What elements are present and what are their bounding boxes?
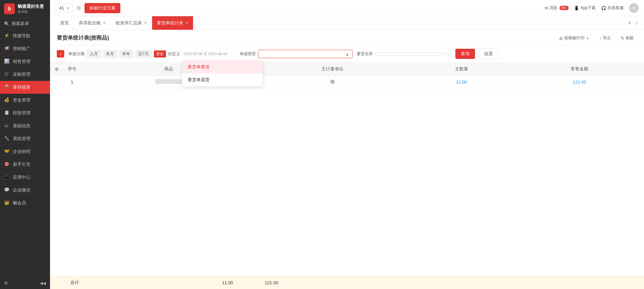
cell-unit: 块 [257, 76, 408, 88]
print-icon: 🖨 [559, 36, 563, 41]
sidebar-logo: b 畅捷通好生意 标准版 [0, 0, 50, 18]
main-content: 41 ⚙ 体验行业方案 ✉ 消息 99+ 📱 App下载 🎧 在线客服 [50, 0, 644, 289]
type-input[interactable] [262, 51, 344, 57]
tab-close-order-summary[interactable]: ✕ [185, 21, 188, 25]
page-title: 要货单统计表(按商品) [57, 35, 109, 42]
type-dropdown[interactable] [258, 50, 353, 58]
tab-receivable-summary[interactable]: 收发存汇总表 ✕ [111, 16, 152, 30]
date-last-month-btn[interactable]: 上月 [87, 50, 101, 58]
tab-close-inventory-batch[interactable]: ✕ [103, 21, 106, 25]
online-service-action[interactable]: 🎧 在线客服 [601, 5, 624, 11]
sidebar-item-purchase[interactable]: 🛒 采购管理 [0, 68, 50, 81]
page-area: 要货单统计表(按商品) 🖨 按模板打印 ↑ 导出 ↻ 刷新 › [50, 30, 644, 289]
trial-btn[interactable]: 体验行业方案 [85, 3, 120, 13]
sales-icon: 📊 [4, 59, 10, 65]
sidebar-item-beginner[interactable]: 🎯 新手引导 [0, 158, 50, 171]
table-row: 1 块 11.00 121.00 [50, 76, 644, 88]
sidebar-item-base-info[interactable]: 🗂 基础信息 [0, 119, 50, 132]
cell-num: 1 [64, 76, 80, 88]
date-custom-btn[interactable]: 自定义 [168, 51, 180, 57]
warehouse-dropdown[interactable] [375, 52, 443, 55]
beginner-icon: 🎯 [4, 161, 10, 168]
col-header-settings[interactable]: ⚙ [50, 63, 64, 76]
sidebar: b 畅捷通好生意 标准版 🔍 搜索菜单 ⚡ 快捷导航 📢 营销推广 📊 销售管理… [0, 0, 50, 289]
sidebar-item-quick-nav[interactable]: ⚡ 快捷导航 [0, 29, 50, 42]
page-actions: 🖨 按模板打印 ↑ 导出 ↻ 刷新 [555, 34, 637, 42]
date-this-year-btn[interactable]: 本年 [119, 50, 133, 58]
user-profile[interactable]: Rit [629, 3, 639, 13]
tab-close-all-icon[interactable]: ✕ [628, 20, 632, 26]
quick-nav-icon: ⚡ [4, 33, 10, 39]
sidebar-search[interactable]: 🔍 搜索菜单 [0, 18, 50, 29]
app-download-action[interactable]: 📱 App下载 [574, 5, 596, 11]
sidebar-item-finance[interactable]: 💰 资金管理 [0, 94, 50, 107]
sidebar-collapse-icon[interactable]: ◀◀ [40, 281, 46, 286]
purchase-icon: 🛒 [4, 71, 10, 77]
sidebar-item-operations[interactable]: 📋 经营管理 [0, 107, 50, 119]
sidebar-item-enterprise[interactable]: 🤝 企业协同 [0, 145, 50, 158]
sidebar-item-system[interactable]: 🔧 系统管理 [0, 132, 50, 145]
messages-badge: 99+ [559, 6, 569, 10]
col-header-quantity: 主数量 [408, 63, 515, 76]
sidebar-settings-icon[interactable]: ⚙ [4, 281, 8, 286]
dropdown-option-order-return[interactable]: 要货单退货 [182, 73, 263, 86]
marketing-icon: 📢 [4, 46, 10, 52]
refresh-btn[interactable]: ↻ 刷新 [618, 34, 637, 42]
topbar-right: ✉ 消息 99+ 📱 App下载 🎧 在线客服 Rit [545, 3, 639, 13]
messages-action[interactable]: ✉ 消息 99+ [545, 5, 569, 11]
summary-quantity: 11.00 [206, 280, 249, 285]
col-header-num: 序号 [64, 63, 80, 76]
date-range-display: 2023-05-06 至 2023-06-06 [184, 51, 228, 57]
refresh-icon: ↻ [621, 36, 624, 41]
warehouse-filter-group: 要货仓库 ··· [357, 51, 451, 57]
sidebar-item-marketing[interactable]: 📢 营销推广 [0, 42, 50, 55]
chevron-down-icon [586, 36, 589, 41]
filter-more-dots[interactable]: ··· [445, 51, 451, 57]
print-btn[interactable]: 🖨 按模板打印 [555, 34, 593, 42]
date-more-btn[interactable]: 更多 [154, 50, 166, 58]
tab-close-receivable-summary[interactable]: ✕ [144, 21, 147, 25]
finance-icon: 💰 [4, 97, 10, 103]
app-center-icon: 📱 [4, 174, 10, 180]
tab-inventory-batch[interactable]: 库存批次账 ✕ [74, 16, 111, 30]
tab-home[interactable]: 首页 [55, 16, 74, 30]
col-header-amount: 零售金额 [515, 63, 644, 76]
sidebar-item-sales[interactable]: 📊 销售管理 [0, 55, 50, 68]
tabs-right: ✕ ⤢ [628, 20, 639, 26]
tab-expand-icon[interactable]: ⤢ [635, 20, 639, 26]
sidebar-item-inventory[interactable]: 📦 库存核算 [0, 81, 50, 94]
page-header: 要货单统计表(按商品) 🖨 按模板打印 ↑ 导出 ↻ 刷新 [50, 30, 644, 45]
service-icon: 🎧 [601, 6, 606, 10]
query-btn[interactable]: 查询 [455, 49, 475, 59]
inventory-icon: 📦 [4, 84, 10, 90]
table-area: ⚙ 序号 商品 主计量单位 主数量 [50, 63, 644, 276]
store-selector[interactable]: 41 [55, 4, 73, 12]
column-settings-icon[interactable]: ⚙ [55, 67, 59, 72]
summary-row: 合计 11.00 121.00 [50, 276, 644, 289]
type-filter-group: 单据类型 [240, 50, 353, 58]
dropdown-option-order-goods[interactable]: 要货单要货 [182, 61, 263, 73]
gear-settings-icon[interactable]: ⚙ [76, 5, 81, 11]
date-this-month-btn[interactable]: 本月 [103, 50, 117, 58]
message-icon: ✉ [545, 6, 548, 10]
summary-amount: 121.00 [249, 280, 293, 285]
summary-label: 合计 [50, 280, 158, 286]
date-7days-btn[interactable]: 近7天 [135, 50, 152, 58]
topbar-left: 41 ⚙ 体验行业方案 [55, 3, 541, 13]
sidebar-item-app-center[interactable]: 📱 应用中心 [0, 171, 50, 184]
base-info-icon: 🗂 [4, 123, 10, 129]
filter-toggle-btn[interactable]: › [57, 50, 64, 58]
set-btn[interactable]: 设置 [479, 49, 498, 59]
export-icon: ↑ [599, 36, 601, 41]
col-header-unit: 主计量单位 [257, 63, 408, 76]
export-btn[interactable]: ↑ 导出 [596, 34, 614, 42]
filter-separator [233, 50, 234, 57]
store-name: 41 [59, 5, 64, 10]
user-avatar: Rit [629, 3, 639, 13]
tab-order-summary[interactable]: 要货单统计表 ✕ [152, 16, 193, 30]
sidebar-item-wechat[interactable]: 💬 企业微信 [0, 184, 50, 197]
enterprise-icon: 🤝 [4, 149, 10, 155]
filter-area: › 单据日期 上月 本月 本年 近7天 更多 自定义 2023-05-06 至 … [50, 45, 644, 63]
operations-icon: 📋 [4, 110, 10, 116]
sidebar-item-vip[interactable]: 👑 畅会员 [0, 197, 50, 209]
